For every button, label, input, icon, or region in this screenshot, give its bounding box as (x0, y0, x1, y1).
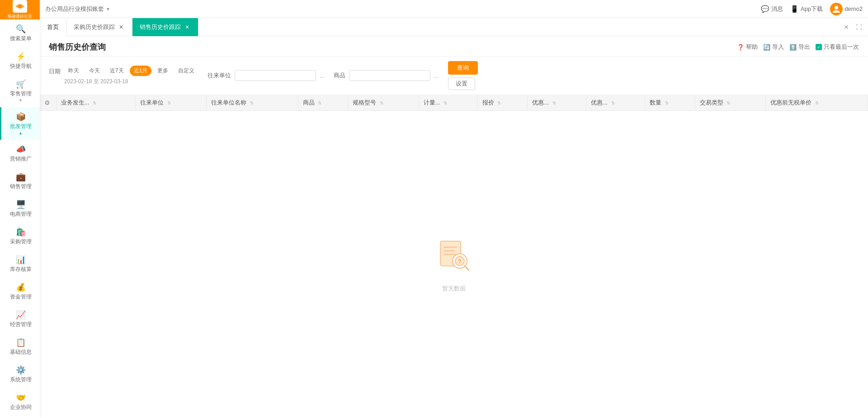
megaphone-icon: 📣 (16, 144, 26, 154)
page-content: 销售历史价查询 ❓ 帮助 🔄 导入 ⬆️ 导出 ✓ 只看最后一次 (40, 36, 868, 418)
sidebar-item-purchase[interactable]: 🛍️ 采购管理 (0, 223, 40, 250)
close-window-button[interactable]: ✕ (841, 22, 852, 33)
checkbox-checked-icon: ✓ (816, 44, 822, 50)
import-button[interactable]: 🔄 导入 (763, 43, 784, 51)
topbar: 办公用品行业模拟账套 ▾ 💬 消息 📱 App下载 demo2 (40, 0, 868, 18)
sidebar-item-system[interactable]: ⚙️ 系统管理 (0, 361, 40, 388)
table-header-biz-date[interactable]: 业务发生... ⇅ (56, 95, 136, 111)
table-header-gear[interactable]: ⚙ (40, 95, 56, 111)
app-logo[interactable]: 畅捷通好生意 (0, 0, 40, 19)
settings-button[interactable]: 设置 (448, 77, 475, 90)
tab-home[interactable]: 首页 (40, 18, 66, 36)
table-header-pretax-price[interactable]: 优惠前无税单价 ⇅ (766, 95, 868, 111)
logo-icon (13, 0, 27, 13)
table-header-spec[interactable]: 规格型号 ⇅ (348, 95, 419, 111)
avatar (830, 3, 843, 15)
export-button[interactable]: ⬆️ 导出 (789, 43, 810, 51)
sidebar-item-enterprise[interactable]: 🤝 企业协同 (0, 388, 40, 416)
sidebar: 畅捷通好生意 🔍 搜索菜单 ⚡ 快捷导航 🛒 零售管理 ▾ 📦 批发管理 ▴ 📣… (0, 0, 40, 418)
date-btn-last1m[interactable]: 近1月 (130, 66, 152, 76)
main-area: 办公用品行业模拟账套 ▾ 💬 消息 📱 App下载 demo2 (40, 0, 868, 418)
sort-arrows-biz-date: ⇅ (93, 100, 96, 105)
svg-text:?: ? (458, 258, 461, 265)
sidebar-item-marketing[interactable]: 📣 营销推广 (0, 140, 40, 167)
sidebar-item-operation[interactable]: 📈 经营管理 (0, 305, 40, 333)
table-header-trade-type[interactable]: 交易类型 ⇅ (695, 95, 766, 111)
table-header-discount1[interactable]: 优惠... ⇅ (528, 95, 586, 111)
table-header-unit[interactable]: 计量... ⇅ (419, 95, 477, 111)
table-header-quantity[interactable]: 数量 ⇅ (645, 95, 695, 111)
sidebar-item-guide[interactable]: 🎯 新手引导 (0, 416, 40, 418)
briefcase-icon: 💼 (16, 172, 26, 182)
table-header-partner-code[interactable]: 往来单位 ⇅ (136, 95, 207, 111)
sort-arrows-spec: ⇅ (380, 100, 383, 105)
date-filter-controls: 昨天 今天 近7天 近1月 更多 自定义 2023-02-18 至 2023-0… (64, 66, 198, 86)
chart-bar-icon: 📊 (16, 255, 26, 265)
sidebar-item-wholesale[interactable]: 📦 批发管理 ▴ (0, 107, 40, 140)
sidebar-item-search[interactable]: 🔍 搜索菜单 (0, 19, 40, 47)
date-btn-today[interactable]: 今天 (85, 66, 104, 76)
col-pretax-price-label: 优惠前无税单价 (770, 99, 811, 106)
help-label: 帮助 (746, 43, 758, 51)
date-btn-last7[interactable]: 近7天 (106, 66, 128, 76)
sidebar-item-label: 电商管理 (10, 210, 32, 218)
table-header-partner-name[interactable]: 往来单位名称 ⇅ (206, 95, 298, 111)
topbar-actions: 💬 消息 📱 App下载 demo2 (761, 3, 863, 15)
app-download-button[interactable]: 📱 App下载 (790, 5, 823, 13)
filter-area: 日期 昨天 今天 近7天 近1月 更多 自定义 2023-02-18 至 202… (40, 57, 868, 95)
partner-filter-input[interactable] (235, 70, 316, 81)
username: demo2 (844, 5, 863, 12)
sidebar-item-sales[interactable]: 💼 销售管理 (0, 167, 40, 195)
settings-icon[interactable]: ⚙ (44, 99, 50, 106)
user-profile-button[interactable]: demo2 (830, 3, 863, 15)
sidebar-item-label: 基础信息 (10, 348, 32, 356)
tab-sales-track-close[interactable]: ✕ (184, 24, 191, 31)
partner-dots[interactable]: ... (320, 72, 325, 79)
export-icon: ⬆️ (789, 44, 797, 51)
shopping-bag-icon: 🛍️ (16, 227, 26, 237)
col-biz-date-label: 业务发生... (61, 99, 90, 106)
table-header-discount2[interactable]: 优惠... ⇅ (586, 95, 645, 111)
sidebar-item-label: 采购管理 (10, 238, 32, 246)
date-btn-more[interactable]: 更多 (153, 66, 172, 76)
table-header-price[interactable]: 报价 ⇅ (477, 95, 528, 111)
message-button[interactable]: 💬 消息 (761, 5, 783, 13)
sidebar-item-inventory[interactable]: 📊 库存核算 (0, 250, 40, 278)
date-range-text: 2023-02-18 至 2023-03-18 (64, 78, 198, 86)
tab-purchase-track-label: 采购历史价跟踪 (74, 23, 115, 31)
date-btn-yesterday[interactable]: 昨天 (64, 66, 83, 76)
sidebar-item-retail[interactable]: 🛒 零售管理 ▾ (0, 75, 40, 107)
help-button[interactable]: ❓ 帮助 (737, 43, 758, 51)
money-icon: 💰 (16, 282, 26, 292)
col-unit-label: 计量... (424, 99, 440, 106)
product-filter-group: 商品 ... (334, 70, 439, 81)
sidebar-item-finance[interactable]: 💰 资金管理 (0, 278, 40, 305)
workspace-selector[interactable]: 办公用品行业模拟账套 ▾ (45, 5, 761, 13)
svg-line-8 (465, 266, 469, 270)
maximize-button[interactable]: ⛶ (854, 22, 864, 33)
product-dots[interactable]: ... (434, 72, 439, 79)
query-button[interactable]: 查询 (448, 61, 478, 75)
product-filter-input[interactable] (349, 70, 430, 81)
sidebar-item-label: 批发管理 (10, 123, 32, 130)
sidebar-item-ecommerce[interactable]: 🖥️ 电商管理 (0, 195, 40, 223)
message-label: 消息 (771, 5, 783, 13)
date-btn-custom[interactable]: 自定义 (174, 66, 198, 76)
sidebar-item-quick[interactable]: ⚡ 快捷导航 (0, 47, 40, 75)
search-icon: 🔍 (16, 24, 26, 34)
sidebar-item-label: 销售管理 (10, 183, 32, 190)
page-header-actions: ❓ 帮助 🔄 导入 ⬆️ 导出 ✓ 只看最后一次 (737, 43, 859, 51)
only-last-checkbox[interactable]: ✓ 只看最后一次 (816, 43, 859, 51)
tab-purchase-track-close[interactable]: ✕ (118, 24, 125, 31)
workspace-name: 办公用品行业模拟账套 (45, 5, 104, 13)
table-header-product[interactable]: 商品 ⇅ (298, 95, 348, 111)
svg-point-1 (835, 6, 838, 10)
tab-purchase-track[interactable]: 采购历史价跟踪 ✕ (66, 18, 132, 36)
tabbar: 首页 采购历史价跟踪 ✕ 销售历史价跟踪 ✕ ✕ ⛶ (40, 18, 868, 36)
tab-sales-track[interactable]: 销售历史价跟踪 ✕ (132, 18, 198, 36)
app-name: 畅捷通好生意 (8, 14, 32, 19)
sidebar-item-basic[interactable]: 📋 基础信息 (0, 333, 40, 361)
svg-rect-4 (443, 250, 455, 252)
filter-actions: 查询 设置 (448, 61, 478, 90)
app-download-label: App下载 (801, 5, 823, 13)
